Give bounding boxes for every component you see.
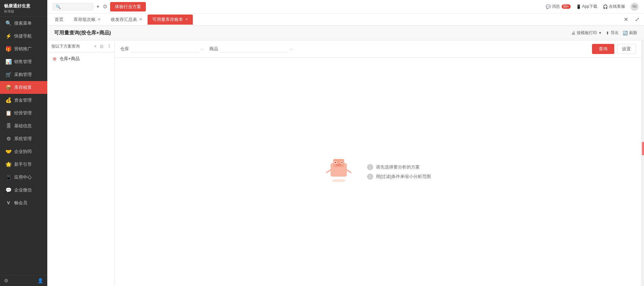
- sidebar-item-purchase[interactable]: 🛒 采购管理: [0, 68, 47, 81]
- sidebar-item-base[interactable]: 🗄 基础信息: [0, 120, 47, 132]
- tab-label: 首页: [55, 17, 63, 23]
- sidebar-item-sales[interactable]: 📊 销售管理: [0, 55, 47, 68]
- app-download-label: App下载: [582, 4, 597, 9]
- product-filter: 商品 ···: [209, 46, 293, 52]
- marketing-icon: 🎁: [5, 46, 11, 52]
- app-version: 标准版: [4, 9, 43, 14]
- sidebar-item-guide[interactable]: 🌟 新手引导: [0, 158, 47, 171]
- system-icon: ⚙: [5, 136, 11, 142]
- left-panel: 按以下方案查询 ＋ ⊙ 《 ⊕ 仓库+商品: [47, 41, 115, 286]
- sidebar-item-inventory[interactable]: 📦 库存核算: [0, 81, 47, 94]
- warehouse-filter: 仓库 ···: [120, 46, 204, 52]
- expand-tab-button[interactable]: ⤢: [633, 16, 641, 23]
- online-service-item[interactable]: 🎧 在线客服: [603, 4, 625, 9]
- tab-available[interactable]: 可用量库存账本 ✕: [148, 15, 193, 25]
- app-icon: 📱: [5, 174, 11, 180]
- collapse-icon[interactable]: ⚙: [4, 278, 8, 283]
- print-action[interactable]: 🖨 按模板打印 ▼: [571, 30, 602, 36]
- data-area: 1 请先选择要分析的方案 2 用[过滤]条件来缩小分析范围: [115, 58, 641, 286]
- page-actions: 🖨 按模板打印 ▼ ⬆ 导出 🔄 刷新: [571, 30, 637, 36]
- settings-scheme-button[interactable]: ⊙: [100, 43, 104, 49]
- add-scheme-button[interactable]: ＋: [93, 43, 98, 49]
- warehouse-input[interactable]: [131, 46, 199, 52]
- sidebar-item-label: 快捷导航: [14, 33, 32, 39]
- member-icon: V: [5, 200, 11, 205]
- sidebar-item-member[interactable]: V 畅会员: [0, 197, 47, 209]
- query-button[interactable]: 查询: [592, 44, 614, 54]
- collapse-panel-button[interactable]: 《: [106, 43, 110, 49]
- right-scrollbar[interactable]: [641, 41, 644, 286]
- product-more-icon[interactable]: ···: [290, 47, 293, 51]
- message-label: 消息: [552, 4, 560, 9]
- tab-close-icon[interactable]: ✕: [185, 17, 188, 22]
- sidebar-item-operations[interactable]: 📋 经营管理: [0, 107, 47, 120]
- search-icon: 🔍: [56, 4, 61, 9]
- filter-settings-button[interactable]: 设置: [617, 44, 636, 54]
- main-area: 🔍 ▼ ⚙ 体验行业方案 💬 消息 99+ 📱 App下载 🎧 在线客服: [47, 0, 644, 286]
- empty-state: 1 请先选择要分析的方案 2 用[过滤]条件来缩小分析范围: [325, 155, 431, 189]
- warehouse-label: 仓库: [120, 46, 129, 52]
- empty-tips: 1 请先选择要分析的方案 2 用[过滤]条件来缩小分析范围: [367, 164, 431, 180]
- sidebar-item-system[interactable]: ⚙ 系统管理: [0, 132, 47, 145]
- filter-actions: 查询 设置: [592, 44, 636, 54]
- sales-icon: 📊: [5, 59, 11, 65]
- close-tab-button[interactable]: ✕: [622, 16, 630, 23]
- sidebar-item-label: 应用中心: [14, 174, 32, 180]
- sidebar-item-label: 资金管理: [14, 97, 32, 103]
- svg-rect-6: [336, 164, 341, 165]
- tab-home[interactable]: 首页: [50, 15, 68, 25]
- export-action[interactable]: ⬆ 导出: [606, 30, 619, 36]
- sidebar-bottom: ⚙ 👤: [0, 275, 47, 286]
- sidebar-item-wechat[interactable]: 💬 企业微信: [0, 184, 47, 197]
- tab-label: 收发存汇总表: [111, 17, 137, 23]
- sidebar-item-label: 库存核算: [14, 84, 32, 90]
- page-header: 可用量查询(按仓库+商品) 🖨 按模板打印 ▼ ⬆ 导出 🔄 刷新: [47, 26, 644, 41]
- tab-summary[interactable]: 收发存汇总表 ✕: [106, 15, 147, 25]
- header-bar: 🔍 ▼ ⚙ 体验行业方案 💬 消息 99+ 📱 App下载 🎧 在线客服: [47, 0, 644, 14]
- app-download-item[interactable]: 📱 App下载: [576, 4, 597, 9]
- tip-text-1: 请先选择要分析的方案: [376, 164, 420, 170]
- header-search-box[interactable]: 🔍: [53, 3, 93, 10]
- scheme-item-warehouse-product[interactable]: ⊕ 仓库+商品: [47, 52, 114, 65]
- sidebar-item-label: 系统管理: [14, 136, 32, 142]
- sidebar-item-finance[interactable]: 💰 资金管理: [0, 94, 47, 107]
- left-panel-header: 按以下方案查询 ＋ ⊙ 《: [47, 41, 114, 52]
- tip-num-2: 2: [367, 174, 373, 180]
- warehouse-more-icon[interactable]: ···: [201, 47, 204, 51]
- sidebar-item-search[interactable]: 🔍 搜索菜单: [0, 17, 47, 30]
- message-item[interactable]: 💬 消息 99+: [546, 4, 571, 9]
- user-item[interactable]: Rit: [630, 3, 639, 11]
- sidebar-item-app[interactable]: 📱 应用中心: [0, 171, 47, 184]
- export-icon: ⬆: [606, 31, 609, 35]
- sidebar-item-enterprise[interactable]: 🤝 企业协同: [0, 145, 47, 158]
- tab-close-icon[interactable]: ✕: [98, 17, 101, 22]
- empty-cube-svg: [325, 155, 352, 182]
- svg-point-5: [341, 162, 343, 163]
- tab-close-icon[interactable]: ✕: [139, 17, 142, 22]
- user-icon[interactable]: 👤: [37, 278, 43, 283]
- sidebar-item-shortcut[interactable]: ⚡ 快捷导航: [0, 30, 47, 43]
- shortcut-icon: ⚡: [5, 33, 11, 39]
- product-input[interactable]: [220, 46, 288, 52]
- inventory-icon: 📦: [5, 84, 11, 90]
- dropdown-arrow-icon[interactable]: ▼: [96, 4, 100, 9]
- tab-batch[interactable]: 库存批次账 ✕: [69, 15, 105, 25]
- search-icon: 🔍: [5, 20, 11, 26]
- settings-icon[interactable]: ⚙: [103, 3, 107, 10]
- sidebar-item-label: 采购管理: [14, 72, 32, 78]
- header-right: 💬 消息 99+ 📱 App下载 🎧 在线客服 Rit: [546, 3, 639, 11]
- refresh-action[interactable]: 🔄 刷新: [623, 30, 637, 36]
- operations-icon: 📋: [5, 110, 11, 116]
- trial-btn[interactable]: 体验行业方案: [110, 2, 146, 11]
- online-service-label: 在线客服: [609, 4, 625, 9]
- message-badge: 99+: [562, 4, 571, 9]
- scheme-label: 仓库+商品: [59, 56, 80, 62]
- scheme-icon: ⊕: [53, 56, 57, 61]
- guide-icon: 🌟: [5, 161, 11, 167]
- message-icon: 💬: [546, 4, 551, 9]
- wechat-icon: 💬: [5, 187, 11, 193]
- sidebar-item-marketing[interactable]: 🎁 营销推广: [0, 43, 47, 55]
- sidebar-item-label: 营销推广: [14, 46, 32, 52]
- headset-icon: 🎧: [603, 4, 608, 9]
- empty-tip-2: 2 用[过滤]条件来缩小分析范围: [367, 174, 431, 180]
